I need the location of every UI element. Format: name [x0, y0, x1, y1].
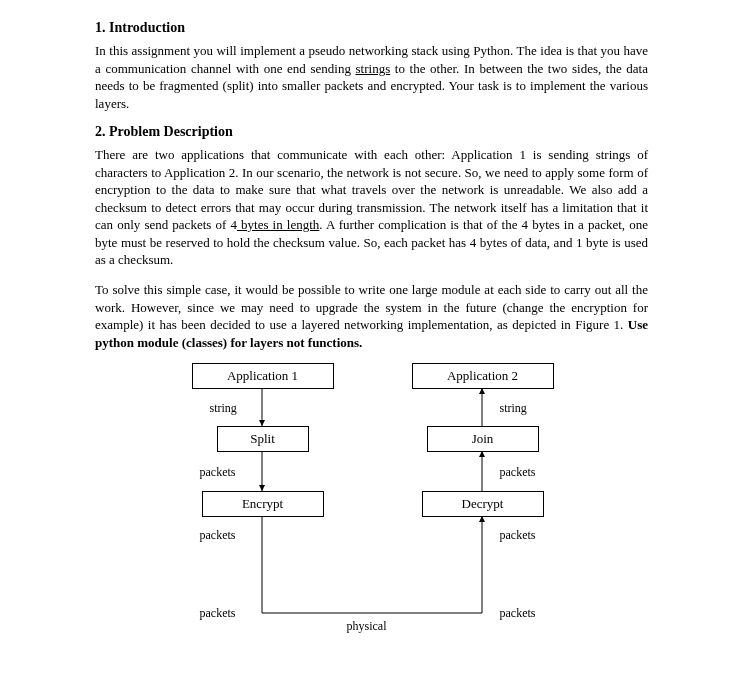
box-application-1: Application 1: [192, 363, 334, 389]
text: To solve this simple case, it would be p…: [95, 282, 648, 332]
underline-strings: strings: [356, 61, 391, 76]
label-packets-left-3: packets: [200, 606, 236, 621]
label-packets-left-2: packets: [200, 528, 236, 543]
box-join: Join: [427, 426, 539, 452]
box-split: Split: [217, 426, 309, 452]
figure-1: Application 1 Split Encrypt Application …: [95, 363, 648, 683]
box-encrypt: Encrypt: [202, 491, 324, 517]
label-packets-right-3: packets: [500, 606, 536, 621]
section-1-title: 1. Introduction: [95, 20, 648, 36]
underline-bytes: bytes in length: [237, 217, 319, 232]
label-string-right: string: [500, 401, 527, 416]
label-packets-left-1: packets: [200, 465, 236, 480]
label-string-left: string: [210, 401, 237, 416]
label-packets-right-2: packets: [500, 528, 536, 543]
label-physical: physical: [347, 619, 387, 634]
label-packets-right-1: packets: [500, 465, 536, 480]
box-decrypt: Decrypt: [422, 491, 544, 517]
box-application-2: Application 2: [412, 363, 554, 389]
section-2-paragraph-1: There are two applications that communic…: [95, 146, 648, 269]
section-2-paragraph-2: To solve this simple case, it would be p…: [95, 281, 648, 351]
layered-diagram: Application 1 Split Encrypt Application …: [142, 363, 602, 683]
document-page: 1. Introduction In this assignment you w…: [0, 0, 738, 683]
section-1-paragraph: In this assignment you will implement a …: [95, 42, 648, 112]
section-2-title: 2. Problem Description: [95, 124, 648, 140]
